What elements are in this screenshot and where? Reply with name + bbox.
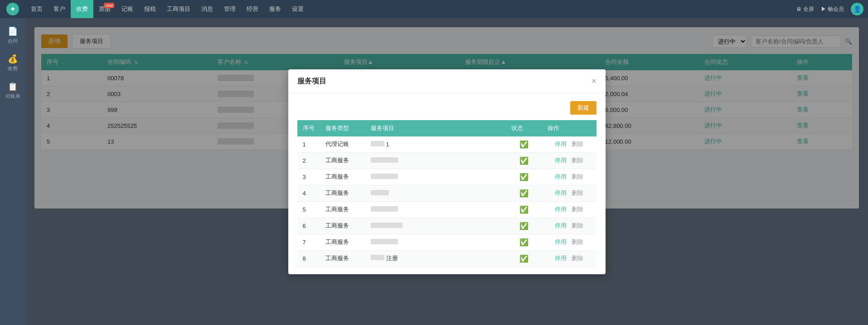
modal-cell-item [365,152,506,169]
modal-close-button[interactable]: × [592,77,596,85]
status-check-icon: ✅ [519,222,529,230]
modal-table-row: 5 工商服务 ✅ 停用 删除 [297,201,596,218]
main-layout: 📄 合同 💰 收费 📋 对账单 新增 服务项目 进行中 全部 已结束 [0,18,868,325]
modal-cell-num: 3 [297,169,320,185]
modal-cell-type: 工商服务 [320,250,365,267]
modal-cell-num: 2 [297,152,320,169]
status-check-icon: ✅ [519,141,529,148]
nav-tax[interactable]: 报税 [139,0,161,18]
modal-cell-action: 停用 删除 [542,169,596,185]
status-check-icon: ✅ [519,173,529,181]
nav-fee[interactable]: 收费 [71,0,93,18]
modal-cell-action: 停用 删除 [542,152,596,169]
fullscreen-btn[interactable]: 🖥 全屏 [796,5,814,13]
nav-bookkeeping[interactable]: 记账 [116,0,139,18]
delete-button[interactable]: 删除 [572,238,583,245]
stop-button[interactable]: 停用 [555,222,567,229]
service-modal: 服务项目 × 新建 序号 服务类型 服务项目 状态 [288,69,606,274]
modal-cell-num: 4 [297,185,320,201]
modal-cell-item: 注册 [365,250,506,267]
logo: ✦ [5,1,21,17]
stop-button[interactable]: 停用 [555,157,567,164]
nav-invoice[interactable]: 票据 new [93,0,116,18]
modal-cell-action: 停用 删除 [542,218,596,234]
modal-cell-item [365,185,506,201]
member-btn[interactable]: ▶ 畅会员 [821,5,844,13]
modal-col-num: 序号 [297,120,320,136]
stop-button[interactable]: 停用 [555,255,567,262]
nav-settings[interactable]: 设置 [286,0,309,18]
modal-col-status: 状态 [506,120,542,136]
sidebar-item-statement[interactable]: 📋 对账单 [1,78,24,103]
nav-operation[interactable]: 经营 [241,0,264,18]
modal-cell-status: ✅ [506,152,542,169]
modal-cell-type: 代理记账 [320,136,365,153]
modal-cell-type: 工商服务 [320,234,365,250]
modal-cell-num: 8 [297,250,320,267]
nav-right-area: 🖥 全屏 ▶ 畅会员 👤 [796,3,863,15]
delete-button[interactable]: 删除 [572,173,583,180]
modal-col-action: 操作 [542,120,596,136]
sidebar-label-fee: 收费 [8,65,18,72]
sidebar-item-fee[interactable]: 💰 收费 [1,50,24,76]
stop-button[interactable]: 停用 [555,189,567,196]
modal-cell-type: 工商服务 [320,185,365,201]
modal-table-row: 3 工商服务 ✅ 停用 删除 [297,169,596,185]
delete-button[interactable]: 删除 [572,222,583,229]
modal-cell-status: ✅ [506,218,542,234]
modal-body: 新建 序号 服务类型 服务项目 状态 操作 [288,94,606,274]
status-check-icon: ✅ [519,189,529,197]
modal-header: 服务项目 × [288,69,606,94]
modal-cell-action: 停用 删除 [542,136,596,153]
delete-button[interactable]: 删除 [572,255,583,262]
stop-button[interactable]: 停用 [555,173,567,180]
modal-cell-num: 7 [297,234,320,250]
sidebar-item-contract[interactable]: 📄 合同 [1,23,24,48]
status-check-icon: ✅ [519,206,529,213]
modal-cell-num: 6 [297,218,320,234]
modal-cell-status: ✅ [506,201,542,218]
sidebar-label-statement: 对账单 [5,93,20,100]
nav-client[interactable]: 客户 [48,0,71,18]
modal-table-row: 1 代理记账 1 ✅ 停用 删除 [297,136,596,153]
stop-button[interactable]: 停用 [555,141,567,147]
avatar[interactable]: 👤 [851,3,863,15]
modal-overlay: 服务项目 × 新建 序号 服务类型 服务项目 状态 [25,18,868,325]
modal-cell-num: 1 [297,136,320,153]
nav-manage[interactable]: 管理 [218,0,241,18]
new-badge: new [104,3,114,8]
modal-toolbar: 新建 [297,101,596,115]
new-service-button[interactable]: 新建 [570,101,596,115]
service-table: 序号 服务类型 服务项目 状态 操作 1 代理记账 1 ✅ 停用 删除 2 [297,120,596,267]
nav-home[interactable]: 首页 [25,0,48,18]
delete-button[interactable]: 删除 [572,141,583,147]
modal-cell-item [365,201,506,218]
delete-button[interactable]: 删除 [572,206,583,213]
stop-button[interactable]: 停用 [555,238,567,245]
nav-service[interactable]: 服务 [264,0,286,18]
modal-cell-item [365,234,506,250]
modal-table-row: 8 工商服务 注册 ✅ 停用 删除 [297,250,596,267]
modal-cell-status: ✅ [506,234,542,250]
nav-message[interactable]: 消息 [196,0,218,18]
modal-cell-action: 停用 删除 [542,250,596,267]
modal-table-row: 6 工商服务 ✅ 停用 删除 [297,218,596,234]
modal-cell-item [365,169,506,185]
status-check-icon: ✅ [519,157,529,165]
modal-table-row: 2 工商服务 ✅ 停用 删除 [297,152,596,169]
nav-business[interactable]: 工商项目 [161,0,196,18]
modal-cell-status: ✅ [506,169,542,185]
modal-cell-item: 1 [365,136,506,153]
contract-icon: 📄 [8,26,18,36]
main-area: 新增 服务项目 进行中 全部 已结束 🔍 序号 合同编码 [25,18,868,325]
modal-col-item: 服务项目 [365,120,506,136]
delete-button[interactable]: 删除 [572,189,583,196]
fee-icon: 💰 [8,54,18,64]
modal-cell-num: 5 [297,201,320,218]
modal-cell-item [365,218,506,234]
delete-button[interactable]: 删除 [572,157,583,164]
modal-cell-status: ✅ [506,136,542,153]
modal-col-type: 服务类型 [320,120,365,136]
modal-cell-status: ✅ [506,185,542,201]
stop-button[interactable]: 停用 [555,206,567,213]
